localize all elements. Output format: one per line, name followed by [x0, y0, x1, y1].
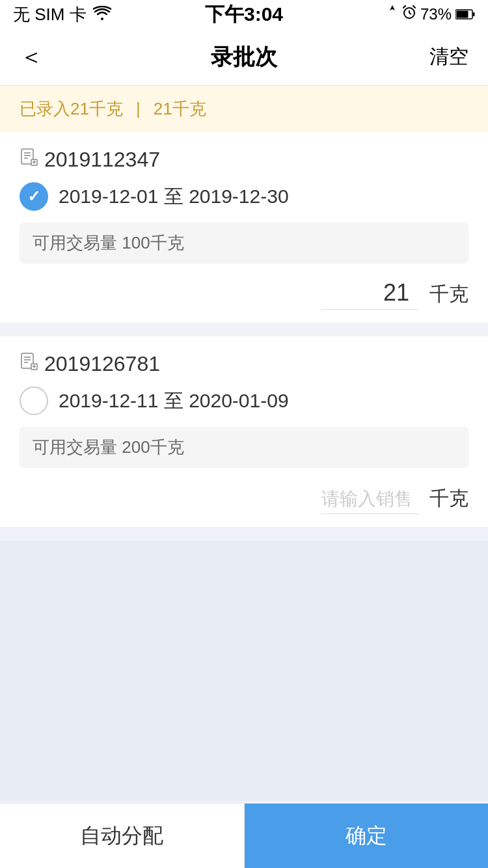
battery-icon: [455, 5, 475, 23]
wifi-icon: [93, 5, 111, 25]
batch-date-2: 2019-12-11 至 2020-01-09: [59, 388, 289, 414]
quantity-input-wrapper-1[interactable]: [321, 279, 419, 310]
status-bar: 无 SIM 卡 下午3:04 73%: [0, 0, 488, 29]
footer: 自动分配 确定: [0, 803, 488, 868]
info-banner: 已录入21千克 | 21千克: [0, 86, 488, 132]
info-value: 21千克: [154, 98, 206, 120]
info-divider: |: [136, 99, 141, 119]
batch-doc-icon-1: [20, 148, 38, 171]
batch-capacity-2: 可用交易量 200千克: [20, 427, 468, 468]
svg-line-4: [413, 6, 415, 8]
location-icon: [386, 5, 398, 23]
quantity-input-2[interactable]: [321, 483, 419, 511]
unit-text-1: 千克: [429, 281, 468, 308]
batch-date-row-1[interactable]: 2019-12-01 至 2019-12-30: [0, 178, 488, 217]
auto-distribute-button[interactable]: 自动分配: [0, 804, 245, 868]
batch-id-2: 2019126781: [44, 352, 160, 376]
status-time: 下午3:04: [205, 1, 283, 28]
batch-quantity-row-1: 千克: [0, 273, 488, 323]
radio-check-1[interactable]: [20, 182, 48, 211]
batch-date-1: 2019-12-01 至 2019-12-30: [59, 183, 289, 210]
separator-1: [0, 323, 488, 336]
nav-bar: ＜ 录批次 清空: [0, 29, 488, 86]
back-button[interactable]: ＜: [20, 41, 43, 73]
svg-line-2: [409, 13, 411, 14]
batch-id-1: 2019112347: [44, 148, 160, 172]
alarm-icon: [402, 5, 416, 23]
quantity-input-wrapper-2[interactable]: [321, 483, 419, 514]
page-title: 录批次: [211, 42, 277, 72]
status-left: 无 SIM 卡: [13, 3, 111, 26]
no-sim-text: 无 SIM 卡: [13, 3, 87, 26]
empty-area: [0, 541, 488, 801]
batch-capacity-1: 可用交易量 100千克: [20, 223, 468, 264]
batch-item-2: 2019126781 2019-12-11 至 2020-01-09 可用交易量…: [0, 336, 488, 528]
page-content: 2019112347 2019-12-01 至 2019-12-30 可用交易量…: [0, 132, 488, 866]
unit-text-2: 千克: [429, 485, 468, 512]
confirm-button[interactable]: 确定: [245, 804, 489, 868]
batch-item-1: 2019112347 2019-12-01 至 2019-12-30 可用交易量…: [0, 132, 488, 323]
batch-quantity-row-2: 千克: [0, 477, 488, 528]
batch-date-row-2[interactable]: 2019-12-11 至 2020-01-09: [0, 383, 488, 422]
info-label: 已录入21千克: [20, 98, 123, 120]
svg-line-3: [403, 6, 405, 8]
quantity-input-1[interactable]: [321, 279, 419, 306]
batch-header-1: 2019112347: [0, 132, 488, 178]
svg-rect-6: [473, 12, 475, 16]
batch-doc-icon-2: [20, 353, 38, 375]
battery-percent: 73%: [420, 5, 452, 23]
clear-button[interactable]: 清空: [429, 44, 468, 70]
svg-rect-7: [457, 11, 468, 18]
status-right: 73%: [386, 5, 475, 23]
radio-check-2[interactable]: [20, 387, 48, 415]
separator-2: [0, 528, 488, 541]
batch-header-2: 2019126781: [0, 336, 488, 383]
